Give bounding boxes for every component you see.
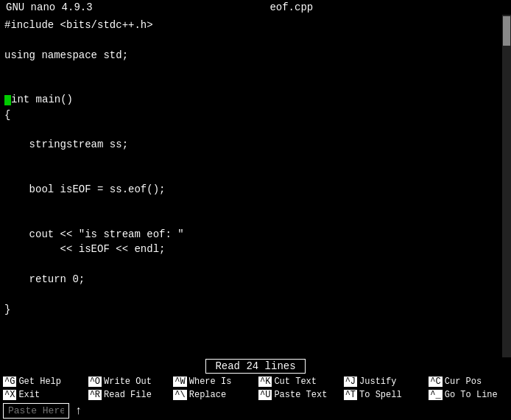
shortcut-replace[interactable]: ^\ Replace <box>170 388 256 402</box>
shortcut-exit[interactable]: ^X Exit <box>0 388 85 402</box>
upload-icon: ↑ <box>75 405 82 418</box>
shortcut-write-out[interactable]: ^O Write Out <box>85 375 171 388</box>
code-line-12: bool isEOF = ss.eof(); <box>4 182 507 197</box>
shortcut-cur-pos[interactable]: ^C Cur Pos <box>426 375 511 388</box>
shortcut-key-k: ^K <box>258 377 272 387</box>
shortcut-bar-row2: ^X Exit ^R Read File ^\ Replace ^U Paste… <box>0 388 511 402</box>
shortcut-key-c: ^C <box>429 377 442 387</box>
code-line-18: return 0; <box>4 272 507 287</box>
shortcut-key-j: ^J <box>344 377 357 387</box>
shortcut-label-where-is: Where Is <box>189 377 232 387</box>
shortcut-label-read-file: Read File <box>104 390 152 400</box>
bottom-input-bar: ↑ <box>0 402 511 420</box>
code-line-1: #include <bits/stdc++.h> <box>4 18 507 32</box>
shortcut-label-write-out: Write Out <box>104 377 152 387</box>
code-line-14 <box>4 212 507 227</box>
shortcut-key-underscore: ^_ <box>429 390 442 400</box>
shortcut-key-w: ^W <box>173 377 186 387</box>
shortcut-get-help[interactable]: ^G Get Help <box>0 375 85 388</box>
code-line-15: cout << "is stream eof: " <box>4 227 507 242</box>
terminal-window: GNU nano 4.9.3 eof.cpp #include <bits/st… <box>0 0 511 420</box>
shortcut-key-u: ^U <box>258 390 272 400</box>
code-line-8 <box>4 122 507 137</box>
shortcut-label-cut-text: Cut Text <box>274 377 317 387</box>
shortcut-key-g: ^G <box>3 377 16 387</box>
shortcut-paste-text[interactable]: ^U Paste Text <box>256 388 341 402</box>
shortcut-to-spell[interactable]: ^T To Spell <box>341 388 426 402</box>
code-line-5 <box>4 77 507 92</box>
code-line-7: { <box>4 108 507 122</box>
shortcut-label-paste-text: Paste Text <box>274 390 327 400</box>
shortcut-label-go-to-line: Go To Line <box>445 390 498 400</box>
code-line-9: stringstream ss; <box>4 137 507 152</box>
scrollbar[interactable] <box>502 15 511 357</box>
shortcut-key-backslash: ^\ <box>173 390 186 400</box>
shortcut-label-to-spell: To Spell <box>359 390 402 400</box>
title-bar: GNU nano 4.9.3 eof.cpp <box>0 0 511 15</box>
code-line-16: << isEOF << endl; <box>4 242 507 256</box>
shortcut-label-exit: Exit <box>18 390 40 400</box>
code-line-2 <box>4 32 507 47</box>
status-bar: Read 24 lines <box>0 357 511 375</box>
code-line-19 <box>4 287 507 301</box>
scrollbar-thumb[interactable] <box>503 16 510 46</box>
shortcut-label-replace: Replace <box>189 390 226 400</box>
shortcut-go-to-line[interactable]: ^_ Go To Line <box>426 388 511 402</box>
shortcut-justify[interactable]: ^J Justify <box>341 375 426 388</box>
shortcut-cut-text[interactable]: ^K Cut Text <box>256 375 341 388</box>
code-line-10 <box>4 153 507 167</box>
code-area[interactable]: #include <bits/stdc++.h> using namespace… <box>0 15 511 357</box>
shortcut-label-get-help: Get Help <box>18 377 61 387</box>
code-line-4 <box>4 63 507 77</box>
cursor-block <box>4 95 11 105</box>
code-line-13 <box>4 197 507 212</box>
shortcut-label-justify: Justify <box>359 377 396 387</box>
shortcut-read-file[interactable]: ^R Read File <box>85 388 171 402</box>
shortcut-key-t: ^T <box>344 390 357 400</box>
shortcut-key-r: ^R <box>88 390 102 400</box>
code-line-17 <box>4 257 507 272</box>
shortcut-key-o: ^O <box>88 377 102 387</box>
shortcut-where-is[interactable]: ^W Where Is <box>170 375 256 388</box>
filename: eof.cpp <box>93 1 490 13</box>
shortcut-key-x: ^X <box>3 390 16 400</box>
app-version: GNU nano 4.9.3 <box>6 1 93 13</box>
code-line-6: int main() <box>4 92 507 107</box>
paste-here-input[interactable] <box>3 403 69 419</box>
status-message: Read 24 lines <box>205 359 305 374</box>
code-line-11 <box>4 167 507 182</box>
code-line-20: } <box>4 302 507 317</box>
code-line-3: using namespace std; <box>4 48 507 63</box>
shortcut-bar-row1: ^G Get Help ^O Write Out ^W Where Is ^K … <box>0 375 511 388</box>
shortcut-label-cur-pos: Cur Pos <box>445 377 482 387</box>
